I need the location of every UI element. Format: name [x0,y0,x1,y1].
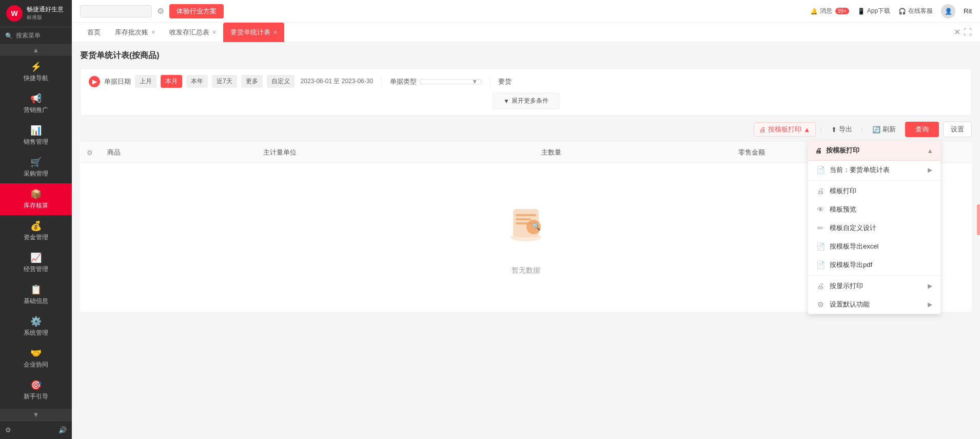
template-print-icon: 🖨 [816,187,825,195]
col-amount-label: 零售金额 [738,148,765,156]
template-print-label: 按模板打印 [768,125,801,134]
avatar-icon: 👤 [945,8,952,15]
sidebar-item-finance[interactable]: 💰 资金管理 [0,215,72,247]
basic-icon: 📋 [30,284,42,295]
topbar-left: ⚙ 体验行业方案 [80,4,224,18]
dropdown-printer-icon: 🖨 [815,147,822,155]
tab-order-stat-close[interactable]: × [273,29,277,36]
tab-expand-icon[interactable]: ⛶ [964,28,972,37]
sidebar-scroll-up[interactable]: ▲ [0,44,72,56]
dropdown-item-label: 按模板导出excel [830,242,878,251]
dropdown-item-template-preview[interactable]: 👁 模板预览 [808,200,940,219]
sidebar-item-collab[interactable]: 🤝 企业协同 [0,342,72,374]
sidebar-item-guide[interactable]: 🎯 新手引导 [0,374,72,406]
svg-text:🔍: 🔍 [532,222,541,231]
sound-icon[interactable]: 🔊 [58,426,67,434]
marketing-icon: 📢 [30,93,42,104]
tab-order-stat[interactable]: 要货单统计表 × [223,23,284,42]
operation-icon: 📈 [30,252,42,263]
inventory-icon: 📦 [30,188,42,200]
date-btn-more[interactable]: 更多 [241,75,263,88]
export-pdf-icon: 📄 [816,261,825,269]
type-dropdown[interactable]: ▼ [420,79,481,84]
export-btn[interactable]: ⬆ 导出 [826,123,857,136]
sidebar-item-label: 基础信息 [24,297,48,306]
guide-icon: 🎯 [30,379,42,391]
dropdown-header: 🖨 按模板打印 ▲ [808,141,940,161]
dropdown-item-export-excel[interactable]: 📄 按模板导出excel [808,237,940,256]
dropdown-title: 按模板打印 [826,146,859,155]
notifications-action[interactable]: 🔔 消息 99+ [810,7,849,15]
sidebar-item-basic[interactable]: 📋 基础信息 [0,279,72,311]
refresh-btn[interactable]: 🔄 刷新 [867,123,901,136]
settings-button[interactable]: 设置 [943,122,972,137]
search-input[interactable] [80,5,152,17]
trial-button[interactable]: 体验行业方案 [169,4,224,18]
search-menu-item[interactable]: 🔍 搜索菜单 [0,27,72,44]
display-print-label: 按显示打印 [830,281,863,291]
col-unit-label: 主计量单位 [263,148,297,156]
dropdown-display-print[interactable]: 🖨 按显示打印 ▶ [808,277,940,295]
content-area: 要货单统计表(按商品) ▶ 单据日期 上月 本月 本年 近7天 更多 自定义 2… [72,42,980,439]
svg-rect-2 [516,214,536,216]
sidebar-item-purchase[interactable]: 🛒 采购管理 [0,151,72,183]
sidebar-item-label: 营销推广 [24,106,48,114]
current-template-arrow: ▶ [928,166,932,174]
tab-close-all-icon[interactable]: ✕ [954,27,961,37]
sidebar-item-quick-nav[interactable]: ⚡ 快捷导航 [0,56,72,88]
tab-order-stat-label: 要货单统计表 [230,28,270,37]
type-label: 单据类型 [390,77,417,86]
avatar[interactable]: 👤 [941,4,955,18]
sidebar-nav: ⚡ 快捷导航 📢 营销推广 📊 销售管理 🛒 采购管理 📦 库存核算 💰 资金管… [0,56,72,409]
date-btn-prev[interactable]: 上月 [135,75,156,88]
refresh-label: 刷新 [883,125,896,134]
date-btn-week[interactable]: 近7天 [212,75,237,88]
col-unit: 主计量单位 [257,143,535,163]
gear-icon[interactable]: ⚙ [157,6,164,16]
resize-handle[interactable] [977,204,980,235]
dropdown-item-export-pdf[interactable]: 📄 按模板导出pdf [808,256,940,274]
tab-home-label: 首页 [87,28,101,37]
date-btn-custom[interactable]: 自定义 [267,75,295,88]
app-version: 标准版 [27,14,64,21]
sidebar-item-operation[interactable]: 📈 经营管理 [0,247,72,279]
dropdown-item-template-print[interactable]: 🖨 模板打印 [808,182,940,200]
online-support-action[interactable]: 🎧 在线客服 [898,7,933,15]
tab-batch[interactable]: 库存批次账 × [108,23,162,42]
sidebar-scroll-down[interactable]: ▼ [0,409,72,421]
dropdown-close-icon[interactable]: ▲ [927,147,933,155]
sidebar-item-inventory[interactable]: 📦 库存核算 [0,183,72,215]
expand-more-btn[interactable]: ▼ 展开更多条件 [493,93,559,109]
dropdown-current-template[interactable]: 📄 当前：要货单统计表 ▶ [808,161,940,179]
sidebar-item-label: 新手引导 [24,392,48,401]
query-button[interactable]: 查询 [905,122,939,137]
finance-icon: 💰 [30,220,42,232]
sidebar-item-marketing[interactable]: 📢 营销推广 [0,88,72,120]
tab-receipt[interactable]: 收发存汇总表 × [162,23,223,42]
settings-icon[interactable]: ⚙ [5,426,11,434]
chevron-up-icon: ▲ [803,126,810,133]
date-btn-year[interactable]: 本年 [186,75,208,88]
dropdown-default-settings[interactable]: ⚙ 设置默认功能 ▶ [808,295,940,314]
display-print-arrow: ▶ [928,282,932,290]
app-name: 畅捷通好生意 [27,6,64,14]
tab-batch-close[interactable]: × [151,29,155,36]
template-print-btn[interactable]: 🖨 按模板打印 ▲ [754,122,816,137]
filter-toggle-btn[interactable]: ▶ [89,76,100,87]
date-btn-current[interactable]: 本月 [161,75,182,88]
col-settings: ⚙ [81,143,101,163]
sidebar-item-sales[interactable]: 📊 销售管理 [0,120,72,151]
app-download-action[interactable]: 📱 App下载 [857,7,890,15]
sidebar-item-system[interactable]: ⚙️ 系统管理 [0,311,72,342]
table-settings-icon[interactable]: ⚙ [87,149,93,157]
filter-divider2 [489,77,490,87]
quick-nav-icon: ⚡ [30,61,42,72]
col-product-label: 商品 [107,148,121,156]
tab-home[interactable]: 首页 [80,23,108,42]
expand-icon: ▼ [503,98,509,105]
user-name: Rit [964,7,972,15]
default-settings-arrow: ▶ [928,301,932,308]
headset-icon: 🎧 [898,8,906,15]
dropdown-item-template-design[interactable]: ✏ 模板自定义设计 [808,219,940,237]
tab-receipt-close[interactable]: × [212,29,216,36]
